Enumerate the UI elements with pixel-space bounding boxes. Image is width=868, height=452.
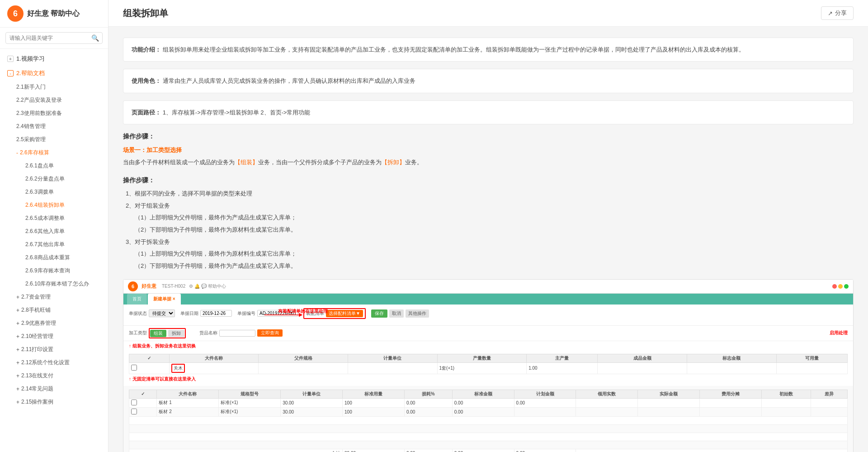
sidebar-item-other-out[interactable]: 2.6.7其他出库单: [9, 238, 108, 251]
ss-disassemble-btn[interactable]: 拆卸: [168, 330, 184, 337]
link-disassembly[interactable]: 【拆卸】: [382, 159, 405, 166]
nav-item-docs: - 2.帮助文档 2.1新手入门 2.2产品安装及登录 2.3使用前数据准备 2…: [0, 66, 108, 409]
sidebar-item-data[interactable]: 2.3使用前数据准备: [0, 107, 108, 120]
ss-ltd-aa2: [638, 407, 700, 416]
ss-lth-plan: 计划金额: [514, 390, 576, 398]
collapse-icon: -: [7, 70, 14, 76]
ss-ltd-aa1: [638, 398, 700, 407]
sidebar-item-newbie[interactable]: 2.1新手入门: [0, 81, 108, 94]
ss-save-btn[interactable]: 保存: [371, 309, 387, 318]
sidebar-item-sales[interactable]: 2.4销售管理: [0, 120, 108, 133]
ss-ltd-plan2: [514, 407, 576, 416]
sidebar-item-print[interactable]: + 2.11打印设置: [0, 343, 108, 356]
ss-ltd-stda1: 0.00: [452, 398, 514, 407]
sidebar-item-goods-cost[interactable]: 2.6.8商品成本重算: [9, 251, 108, 264]
ss-enable-field: 启用处理: [830, 330, 848, 336]
ss-td-amount: [598, 362, 687, 374]
ss-ltd-loss2: 0.00: [404, 407, 452, 416]
ss-other-btn[interactable]: 其他操作: [406, 309, 429, 318]
page-title: 组装拆卸单: [123, 7, 168, 19]
sidebar-item-docs[interactable]: - 2.帮助文档: [0, 66, 108, 81]
app-title: 好生意 帮助中心: [27, 9, 80, 19]
sidebar-item-other-in[interactable]: 2.6.6其他入库单: [9, 225, 108, 238]
ss-td-avail: [776, 362, 847, 374]
sidebar-item-pay[interactable]: + 2.13在线支付: [0, 369, 108, 382]
ss-no-label: 单据编号: [237, 310, 255, 317]
ss-upper-table: ✓ 大件名称 父件规格 计量单位 产量数量 主产量 成品金额 标志金额 可用量: [129, 354, 848, 374]
ss-lower-tfoot: 合计 89.00 0.00 0.00 0.00: [129, 449, 848, 452]
sidebar-item-video[interactable]: + 1.视频学习: [0, 52, 108, 66]
sidebar-item-label: 1.视频学习: [16, 55, 45, 63]
ss-footer-v4: 0.00: [514, 449, 576, 452]
ss-lth-name: 大件名称: [157, 390, 219, 398]
sidebar-item-error[interactable]: 2.6.10库存账本错了怎么办: [9, 277, 108, 290]
role-text: 通常由生产人员或库管人员完成拆装业务的操作，库管人员确认原材料的出库和产成品的入…: [163, 77, 415, 84]
expand-coupon-icon: +: [16, 320, 19, 327]
ss-th-spec: 父件规格: [259, 354, 348, 362]
ss-annotation5-text: ↑ 无固定清单可以直接在这里录入: [129, 376, 196, 381]
table-row: [129, 416, 848, 424]
link-assembly[interactable]: 【组装】: [235, 159, 258, 166]
ss-lrow-check1[interactable]: [131, 400, 137, 405]
ss-form-area: 单据状态 待提交 单据日期 单据编号 装配清单: [123, 305, 853, 326]
ss-ltd-stda2: 0.00: [452, 407, 514, 416]
search-input[interactable]: [5, 32, 103, 44]
func-intro-label: 功能介绍：: [132, 46, 161, 53]
ss-td-check: [129, 362, 170, 374]
ss-lth-loss: 损耗%: [404, 390, 452, 398]
expand-manage-icon: +: [16, 333, 19, 340]
ss-ltd-spec2: 标准(×1): [219, 407, 281, 416]
ss-status-label: 单据状态: [129, 310, 147, 317]
ss-tab-home[interactable]: 首页: [127, 294, 147, 305]
ss-bom-btn[interactable]: 选择配料清单▼: [326, 310, 363, 317]
main-header: 组装拆卸单 ↗ 分享: [108, 0, 868, 27]
sidebar-item-manage[interactable]: + 2.10经营管理: [0, 330, 108, 343]
ss-lth-actual-amt: 实际金额: [638, 390, 700, 398]
sidebar-item-purchase[interactable]: 2.5采购管理: [0, 133, 108, 146]
sidebar-item-mobile[interactable]: + 2.8手机旺铺: [0, 304, 108, 317]
table-row: [129, 433, 848, 441]
sidebar-item-custom[interactable]: + 2.12系统个性化设置: [0, 356, 108, 369]
share-button[interactable]: ↗ 分享: [821, 6, 854, 20]
sidebar: 6 好生意 帮助中心 🔍 + 1.视频学习 - 2.帮助文档 2.1新手入门 2…: [0, 0, 108, 452]
ss-lth-unit: 计量单位: [281, 390, 343, 398]
sidebar-item-finance[interactable]: + 2.7资金管理: [0, 290, 108, 304]
sidebar-item-stock[interactable]: - 2.6库存核算: [0, 146, 108, 159]
ss-lth-std-amt: 标准金额: [452, 390, 514, 398]
sidebar-item-distribute[interactable]: 2.6.2分量盘点单: [9, 172, 108, 186]
step-1: 1、根据不同的业务，选择不同单据的类型来处理: [126, 188, 854, 200]
sidebar-item-cost[interactable]: 2.6.5成本调整单: [9, 212, 108, 225]
sidebar-item-faq[interactable]: + 2.14常见问题: [0, 382, 108, 395]
ss-type-label: 加工类型: [129, 330, 147, 336]
sidebar-item-transfer[interactable]: 2.6.3调拨单: [9, 186, 108, 199]
ss-search-btn[interactable]: 立即查询: [257, 329, 283, 337]
ss-lrow-check2[interactable]: [131, 409, 137, 414]
ss-ltd-name2: 板材 2: [157, 407, 219, 416]
ss-date-input[interactable]: [200, 310, 232, 317]
ss-search-input[interactable]: [219, 330, 255, 337]
sidebar-item-check[interactable]: 2.6.1盘点单: [9, 159, 108, 172]
ss-ltd-init2: [762, 407, 811, 416]
expand-finance-icon: +: [16, 294, 19, 300]
screenshot-mockup: 6 好生意 TEST-H002 ⚙ 🔔 💬 帮助中心 首页 新建单据 ×: [123, 279, 854, 452]
sidebar-item-coupon[interactable]: + 2.9优惠券管理: [0, 317, 108, 330]
sidebar-item-cases[interactable]: + 2.15操作案例: [0, 395, 108, 409]
ss-tab-assembly[interactable]: 新建单据 ×: [148, 294, 181, 305]
step-3-1: （1）上部明细为父件明细，最终作为原材料生成某它出库单；: [135, 248, 854, 260]
ss-th-amount: 成品金额: [598, 354, 687, 362]
ss-lth-std-qty: 标准用量: [343, 390, 405, 398]
role-block: 使用角色： 通常由生产人员或库管人员完成拆装业务的操作，库管人员确认原材料的出库…: [123, 69, 854, 93]
ss-action-row: 保存 取消 其他操作: [371, 309, 429, 318]
sidebar-item-ledger[interactable]: 2.6.9库存账本查询: [9, 264, 108, 277]
ss-form-row1: 单据状态 待提交 单据日期 单据编号 装配清单: [129, 308, 848, 319]
ss-cancel-btn[interactable]: 取消: [389, 309, 404, 318]
ss-type-toggle: 组装 拆卸: [149, 328, 186, 338]
ss-assemble-btn[interactable]: 组装: [150, 330, 166, 337]
sidebar-header: 6 好生意 帮助中心: [0, 0, 108, 28]
ss-icons: ⚙ 🔔 💬 帮助中心: [189, 283, 226, 290]
ss-footer-v1: 89.00: [343, 449, 405, 452]
ss-status-select[interactable]: 待提交: [149, 309, 175, 317]
sidebar-item-install[interactable]: 2.2产品安装及登录: [0, 94, 108, 107]
sidebar-item-assembly[interactable]: 2.6.4组装拆卸单: [9, 199, 108, 212]
ss-row-check[interactable]: [131, 365, 137, 371]
